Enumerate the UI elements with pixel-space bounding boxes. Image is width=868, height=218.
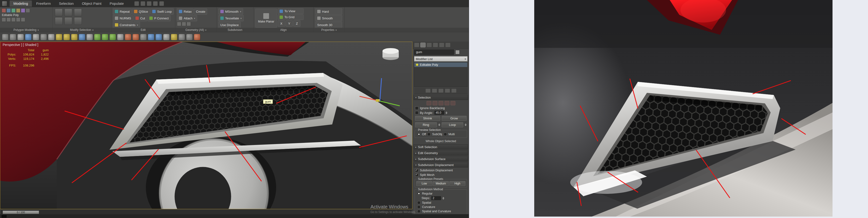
link-icon[interactable] — [2, 34, 9, 40]
angle-snap-icon[interactable] — [102, 34, 108, 40]
smooth-30-button[interactable]: Smooth 30 — [315, 22, 342, 28]
symmetry-icon[interactable] — [11, 17, 16, 22]
preset-high-button[interactable]: High — [450, 181, 465, 186]
panel-label[interactable]: Modify Selection▾ — [53, 28, 111, 32]
graph-editor-icon[interactable] — [148, 34, 154, 40]
smooth-edges-button[interactable]: Smooth — [315, 15, 342, 21]
ribbon-extra-icon[interactable] — [141, 1, 145, 6]
tab-selection[interactable]: Selection — [55, 0, 78, 7]
panel-label[interactable]: Properties▾ — [314, 28, 344, 32]
border-icon[interactable] — [439, 101, 443, 105]
loop-selection-icon[interactable] — [74, 9, 82, 16]
use-pivot-center-icon[interactable] — [86, 34, 93, 40]
ribbon-extra-icon[interactable] — [134, 1, 139, 6]
by-angle-value[interactable]: 45.0 — [434, 111, 444, 115]
status-app-icon[interactable] — [1, 215, 7, 218]
rollout-selection[interactable]: ▾Selection — [414, 95, 468, 100]
select-and-scale-icon[interactable] — [71, 34, 78, 40]
select-by-name-icon[interactable] — [33, 34, 39, 40]
ring-button[interactable]: Ring — [415, 122, 437, 127]
schematic-view-icon[interactable] — [163, 34, 170, 40]
collapse-icon[interactable] — [182, 22, 186, 26]
preview-toggle-icon[interactable] — [2, 17, 6, 22]
loop-button[interactable]: Loop — [442, 122, 464, 127]
rollout-soft-selection[interactable]: ▸Soft Selection — [414, 144, 468, 150]
percent-snap-icon[interactable] — [109, 34, 116, 40]
ignore-backfacing-checkbox[interactable] — [415, 107, 418, 110]
regular-radio[interactable] — [417, 192, 421, 195]
shrink-selection-icon[interactable] — [64, 9, 72, 16]
polygon-mode-icon[interactable] — [16, 8, 20, 13]
panel-label[interactable]: Geometry (All)▾ — [175, 28, 217, 32]
create-tab-icon[interactable] — [414, 43, 420, 47]
rollout-edit-geometry[interactable]: ▸Edit Geometry — [414, 150, 468, 155]
time-slider-track[interactable]: 0 / 100 — [1, 210, 411, 214]
rollout-subdivision-surface[interactable]: ▸Subdivision Surface — [414, 156, 468, 161]
steps-value[interactable]: 2 — [431, 196, 441, 200]
subdivision-displacement-checkbox[interactable] — [415, 169, 418, 172]
tessellate-button[interactable]: Tessellate▾ — [218, 15, 244, 21]
freeze-icon[interactable] — [21, 17, 25, 22]
pin-stack-icon[interactable] — [425, 88, 431, 93]
render-frame-icon[interactable] — [186, 34, 193, 40]
remove-modifier-icon[interactable] — [445, 88, 450, 93]
tab-populate[interactable]: Populate — [106, 0, 128, 7]
preview-subobj-radio[interactable] — [427, 133, 431, 136]
edit-named-selection-icon[interactable] — [117, 34, 124, 40]
steps-spinner[interactable] — [442, 197, 444, 199]
modifier-stack[interactable]: Editable Poly — [414, 62, 468, 87]
attach-dropdown[interactable]: Attach▾ — [177, 15, 197, 21]
viewport-label[interactable]: Perspective ] [ Shaded ] — [3, 43, 38, 47]
align-icon[interactable] — [132, 34, 139, 40]
edge-icon[interactable] — [433, 101, 437, 105]
grow-button[interactable]: Grow — [442, 116, 467, 121]
detach-icon[interactable] — [177, 22, 181, 26]
ribbon-extra-icon[interactable] — [159, 1, 164, 6]
viewport-3d-scene[interactable] — [0, 42, 412, 209]
rollout-subdivision-displacement[interactable]: ▾Subdivision Displacement — [414, 162, 468, 168]
select-object-icon[interactable] — [25, 34, 32, 40]
utilities-tab-icon[interactable] — [445, 43, 451, 47]
constraints-dropdown[interactable]: Constraints▾ — [113, 22, 140, 28]
vertex-icon[interactable] — [427, 101, 431, 105]
layer-manager-icon[interactable] — [140, 34, 147, 40]
bind-spacewarp-icon[interactable] — [17, 34, 24, 40]
perspective-viewport[interactable]: Perspective ] [ Shaded ] Totalgum Polys:… — [0, 42, 412, 209]
align-x-button[interactable]: X — [278, 20, 285, 27]
make-unique-icon[interactable] — [438, 88, 443, 93]
curve-editor-icon[interactable] — [155, 34, 162, 40]
align-z-button[interactable]: Z — [293, 20, 301, 27]
time-slider[interactable]: 0 / 100 — [0, 209, 412, 214]
modify-tab-icon[interactable] — [420, 43, 426, 47]
tab-modeling[interactable]: Modeling — [9, 0, 32, 7]
outline-selection-icon[interactable] — [64, 17, 72, 25]
render-setup-icon[interactable] — [178, 34, 185, 40]
curvature-radio[interactable] — [417, 205, 421, 209]
use-displace-button[interactable]: Use Displace — [218, 22, 241, 28]
spatial-curvature-radio[interactable] — [417, 210, 421, 213]
snap-toggle-icon[interactable] — [94, 34, 101, 40]
pivot-icon[interactable] — [16, 17, 20, 22]
qslice-button[interactable]: QSlice — [132, 8, 150, 14]
window-crossing-icon[interactable] — [48, 34, 55, 40]
render-teapot-icon[interactable] — [194, 34, 200, 40]
align-y-button[interactable]: Y — [286, 20, 293, 27]
panel-label[interactable]: Polygon Modeling▾ — [0, 28, 52, 32]
panel-label[interactable]: Subdivision — [217, 28, 253, 32]
reference-coordinate-icon[interactable] — [79, 34, 85, 40]
show-end-result-icon[interactable] — [432, 88, 437, 93]
msmooth-button[interactable]: MSmooth▾ — [218, 8, 243, 14]
object-name-field[interactable]: gum — [414, 49, 454, 55]
ribbon-extra-icon[interactable] — [153, 1, 158, 6]
align-to-view-button[interactable]: To View — [278, 8, 304, 14]
similar-selection-icon[interactable] — [74, 17, 82, 25]
ribbon-extra-icon[interactable] — [147, 1, 152, 6]
repeat-button[interactable]: Repeat — [113, 8, 132, 14]
split-mesh-checkbox[interactable] — [415, 173, 418, 177]
configure-modifier-sets-icon[interactable] — [451, 88, 457, 93]
display-tab-icon[interactable] — [439, 43, 444, 47]
quickslice-icon[interactable] — [187, 22, 191, 26]
hierarchy-tab-icon[interactable] — [427, 43, 432, 47]
vertex-mode-icon[interactable] — [2, 8, 6, 13]
viewcube[interactable] — [382, 48, 399, 60]
